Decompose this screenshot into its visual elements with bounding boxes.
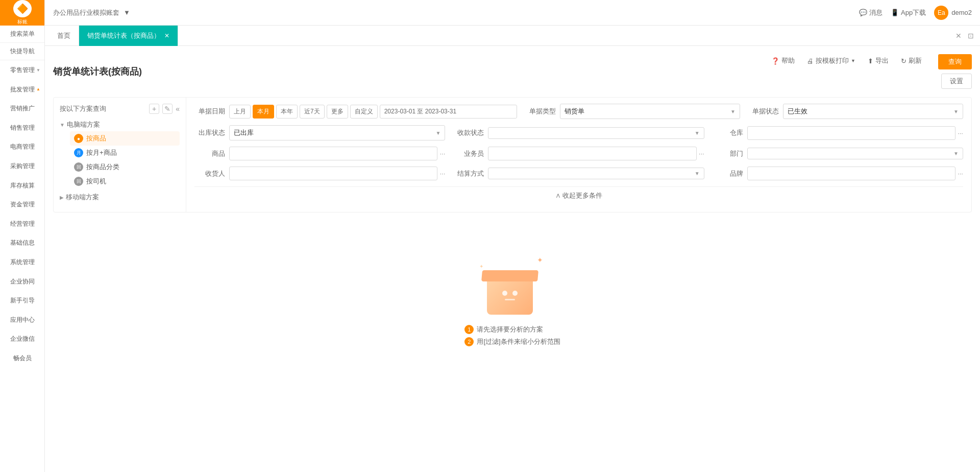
warehouse-dots-btn[interactable]: ··· — [958, 129, 963, 137]
message-btn[interactable]: 💬 消息 — [859, 8, 883, 17]
window-maximize-btn[interactable]: ⊡ — [968, 32, 976, 40]
scheme-item-by-product[interactable]: ● 按商品 — [70, 131, 180, 146]
recipient-input[interactable] — [229, 167, 437, 180]
filter-date-field: 单据日期 上月 本月 本年 近7天 更多 自定义 2023-03-01 至 20… — [194, 105, 517, 119]
query-button[interactable]: 查询 — [938, 54, 972, 69]
tab-home[interactable]: 首页 — [49, 26, 79, 46]
help-label: 帮助 — [781, 56, 795, 65]
doc-status-arrow-icon: ▼ — [953, 109, 959, 114]
doc-type-label: 单据类型 — [525, 107, 556, 116]
tab-close-btn[interactable]: ✕ — [164, 32, 169, 39]
date-prev-month-btn[interactable]: 上月 — [229, 105, 251, 119]
user-name: demo2 — [951, 9, 972, 16]
industry-label: 办公用品行业模拟账套 — [53, 8, 119, 17]
warehouse-control: ··· — [747, 126, 963, 140]
print-icon: 🖨 — [807, 57, 814, 65]
sidebar-item-inventory[interactable]: 库存核算 — [0, 176, 44, 195]
settlement-arrow-icon: ▼ — [695, 171, 700, 176]
dept-select[interactable]: ▼ — [747, 148, 963, 159]
empty-text: 1 请先选择要分析的方案 2 用[过滤]条件来缩小分析范围 — [464, 325, 560, 349]
window-close-btn[interactable]: ✕ — [955, 32, 964, 40]
top-header: 办公用品行业模拟账套 ▼ 💬 消息 📱 App下载 Ea demo2 — [45, 0, 980, 26]
brand-input[interactable] — [747, 167, 955, 180]
salesperson-control: ··· — [488, 147, 704, 160]
salesperson-input[interactable] — [488, 147, 696, 160]
sidebar-item-vip[interactable]: 畅会员 — [0, 348, 44, 368]
export-label: 导出 — [875, 56, 889, 65]
salesperson-dots-btn[interactable]: ··· — [699, 150, 704, 157]
product-dots-btn[interactable]: ··· — [439, 150, 445, 157]
recipient-label: 收货人 — [194, 169, 225, 178]
empty-tip-2-text: 用[过滤]条件来缩小分析范围 — [477, 337, 560, 346]
filter-doc-type-field: 单据类型 销货单 ▼ — [525, 104, 740, 119]
date-custom-btn[interactable]: 自定义 — [350, 105, 378, 119]
scheme-add-btn[interactable]: + — [149, 104, 159, 114]
date-year-btn[interactable]: 本年 — [276, 105, 298, 119]
page-title: 销货单统计表(按商品) — [53, 65, 142, 78]
refresh-btn[interactable]: ↻ 刷新 — [897, 54, 926, 67]
filter-right-panel: 单据日期 上月 本月 本年 近7天 更多 自定义 2023-03-01 至 20… — [186, 98, 971, 212]
scheme-edit-btn[interactable]: ✎ — [162, 104, 173, 114]
scheme-item-by-product-icon: ● — [74, 134, 83, 143]
scheme-item-by-category[interactable]: 回 按商品分类 — [70, 160, 180, 174]
sidebar-item-app-center[interactable]: 应用中心 — [0, 310, 44, 329]
sidebar-item-system[interactable]: 系统管理 — [0, 252, 44, 272]
sidebar-item-purchase[interactable]: 采购管理 — [0, 156, 44, 176]
empty-tip-1-text: 请先选择要分析的方案 — [477, 325, 543, 334]
sidebar-quick-nav[interactable]: 快捷导航 — [0, 43, 44, 60]
filter-row-3: 商品 ··· 业务员 ··· — [194, 147, 963, 160]
export-btn[interactable]: ⬆ 导出 — [864, 54, 893, 67]
filter-salesperson-field: 业务员 ··· — [453, 147, 704, 160]
date-7days-btn[interactable]: 近7天 — [300, 105, 325, 119]
collapse-conditions-btn[interactable]: ∧ 收起更多条件 — [194, 186, 963, 204]
product-input[interactable] — [229, 147, 437, 160]
doc-type-arrow-icon: ▼ — [730, 109, 736, 114]
settings-button[interactable]: 设置 — [941, 74, 972, 89]
filter-recipient-field: 收货人 ··· — [194, 167, 445, 180]
user-menu[interactable]: Ea demo2 — [934, 6, 972, 20]
recipient-dots-btn[interactable]: ··· — [439, 170, 445, 177]
scheme-item-by-product-icon-symbol: ● — [77, 136, 80, 141]
out-status-select[interactable]: 已出库 ▼ — [229, 125, 445, 140]
sidebar-item-sales[interactable]: 销售管理 — [0, 118, 44, 137]
sidebar-item-enterprise-collab[interactable]: 企业协同 — [0, 272, 44, 291]
scheme-item-by-month-product[interactable]: 月 按月+商品 — [70, 146, 180, 160]
dept-arrow-icon: ▼ — [953, 151, 959, 156]
scheme-collapse-btn[interactable]: « — [176, 105, 180, 113]
content-area: 销货单统计表(按商品) ❓ 帮助 🖨 按模板打印 ▼ ⬆ 导出 — [45, 46, 980, 472]
sidebar-item-ecommerce[interactable]: 电商管理 — [0, 137, 44, 156]
sidebar-item-operations[interactable]: 经营管理 — [0, 214, 44, 233]
sidebar-item-marketing[interactable]: 营销推广 — [0, 99, 44, 118]
avatar: Ea — [934, 6, 948, 20]
logo-icon-symbol: 🔶 — [17, 3, 28, 14]
scheme-group-mobile-header[interactable]: ▶ 移动端方案 — [60, 191, 180, 204]
pay-status-select[interactable]: ▼ — [488, 127, 704, 139]
print-btn[interactable]: 🖨 按模板打印 ▼ — [803, 54, 860, 67]
app-logo[interactable]: 🔶 标账 — [0, 0, 44, 26]
industry-selector[interactable]: 办公用品行业模拟账套 ▼ — [53, 8, 130, 17]
industry-dropdown-icon: ▼ — [124, 9, 130, 16]
out-status-arrow-icon: ▼ — [435, 130, 440, 136]
doc-status-select[interactable]: 已生效 ▼ — [783, 104, 963, 119]
settlement-select[interactable]: ▼ — [488, 168, 704, 179]
doc-type-select[interactable]: 销货单 ▼ — [560, 104, 740, 119]
scheme-item-by-driver[interactable]: 回 按司机 — [70, 174, 180, 188]
sidebar-item-retail[interactable]: 零售管理 ▼ — [0, 60, 44, 80]
sidebar-item-finance[interactable]: 资金管理 — [0, 195, 44, 214]
sidebar-item-basic-info[interactable]: 基础信息 — [0, 233, 44, 252]
scheme-group-pc-label: 电脑端方案 — [67, 120, 100, 129]
date-cur-month-btn[interactable]: 本月 — [253, 105, 274, 119]
date-more-btn[interactable]: 更多 — [327, 105, 348, 119]
print-dropdown-icon: ▼ — [851, 58, 855, 63]
app-download-btn[interactable]: 📱 App下载 — [891, 8, 926, 17]
tab-sales-stat[interactable]: 销货单统计表（按商品） ✕ — [79, 26, 178, 46]
sidebar-item-guide[interactable]: 新手引导 — [0, 291, 44, 310]
brand-dots-btn[interactable]: ··· — [958, 170, 963, 177]
sidebar-item-enterprise-wechat[interactable]: 企业微信 — [0, 329, 44, 348]
warehouse-input[interactable] — [747, 126, 955, 140]
scheme-group-pc-header[interactable]: ▼ 电脑端方案 — [60, 118, 180, 131]
sidebar-search[interactable]: 搜索菜单 — [0, 26, 44, 43]
scheme-item-by-driver-label: 按司机 — [86, 177, 106, 186]
sidebar-item-wholesale[interactable]: 批发管理 — [0, 80, 44, 99]
help-btn[interactable]: ❓ 帮助 — [767, 54, 799, 67]
